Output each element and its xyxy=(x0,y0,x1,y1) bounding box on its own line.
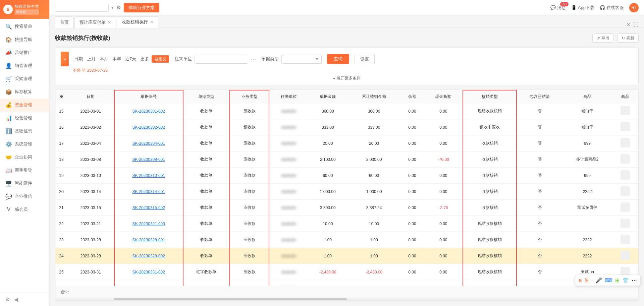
col-partner[interactable]: 往来单位 xyxy=(269,90,308,103)
cell-doc-no[interactable]: SK-20230403-002 xyxy=(114,280,183,286)
partner-input[interactable] xyxy=(195,55,248,64)
topbar-search-input[interactable] xyxy=(55,4,109,12)
col-doc-no[interactable]: 单据编号 xyxy=(114,90,183,103)
sidebar-item-member[interactable]: V畅会员 xyxy=(0,203,49,216)
topbar-online-service[interactable]: 🎧 在线客服 xyxy=(600,5,624,11)
cell-goods2 xyxy=(612,200,638,216)
col-biz-type[interactable]: 业务类型 xyxy=(230,90,269,103)
sidebar-item-enterprise[interactable]: 🤝企业协同 xyxy=(0,151,49,164)
doc-no-link[interactable]: SK-20230314-001 xyxy=(132,189,165,194)
cell-doc-no[interactable]: SK-20230331-002 xyxy=(114,264,183,280)
cell-doc-no[interactable]: SK-20230310-001 xyxy=(114,168,183,184)
tab-pending[interactable]: 预计应应付单 ✕ xyxy=(74,16,116,28)
col-amount[interactable]: 单据金额 xyxy=(308,90,348,103)
date-btn-more[interactable]: 更多 xyxy=(139,55,150,63)
filter-dots[interactable]: ··· xyxy=(251,56,256,63)
cell-doc-no[interactable]: SK-20230302-002 xyxy=(114,119,183,135)
sidebar-item-purchase[interactable]: 🛒采购管理 xyxy=(0,72,49,85)
cell-date: 2023-03-02 xyxy=(67,119,114,135)
refresh-button[interactable]: ↻ 刷新 xyxy=(617,34,639,43)
doc-no-link[interactable]: SK-20230302-002 xyxy=(132,125,165,130)
sidebar-item-system[interactable]: ⚙️系统管理 xyxy=(0,138,49,151)
col-incl-settled[interactable]: 包含已结清 xyxy=(517,90,562,103)
tab-receipt[interactable]: 收款核销执行 ✕ xyxy=(117,16,158,28)
sidebar-item-operations[interactable]: 📊经营管理 xyxy=(0,112,49,125)
date-btn-thisyear[interactable]: 本年 xyxy=(111,55,122,63)
doctype-select[interactable] xyxy=(281,55,322,64)
doc-no-link[interactable]: SK-20230301-002 xyxy=(132,109,165,114)
table-row: 222023-03-21SK-20230321-003收款单应收款■■■■■■1… xyxy=(55,216,638,232)
topbar-gear-icon[interactable]: ⚙ xyxy=(116,4,121,11)
doc-no-link[interactable]: SK-20230310-001 xyxy=(132,173,165,178)
tab-receipt-close[interactable]: ✕ xyxy=(150,20,153,24)
solution-button[interactable]: 体验行业方案 xyxy=(124,3,159,12)
tab-pending-close[interactable]: ✕ xyxy=(108,20,111,25)
ime-shirt-icon[interactable]: 👕 xyxy=(622,277,629,284)
scrollbar-thumb[interactable] xyxy=(114,298,347,301)
topbar-messages[interactable]: 💬 消息 99+ xyxy=(550,5,566,11)
query-button[interactable]: 查询 xyxy=(327,54,349,64)
collapse-icon[interactable]: ◀ xyxy=(14,296,18,303)
doc-no-link[interactable]: SK-20230315-002 xyxy=(132,205,165,210)
date-btn-lastmonth[interactable]: 上月 xyxy=(86,55,97,63)
tab-close-icon[interactable]: ✕ xyxy=(626,21,631,28)
col-cash-disc[interactable]: 现金折扣 xyxy=(424,90,463,103)
goods-thumbnail xyxy=(621,186,630,196)
topbar-app-download[interactable]: 📱 App下载 xyxy=(571,5,594,11)
tab-home[interactable]: 首页 xyxy=(55,16,74,28)
settings-icon[interactable]: ⚙ xyxy=(5,296,10,303)
sidebar-item-basic[interactable]: ℹ️基础信息 xyxy=(0,125,49,138)
cell-doc-no[interactable]: SK-20230301-002 xyxy=(114,103,183,119)
doc-no-link[interactable]: SK-20230321-003 xyxy=(132,222,165,226)
ime-mic-icon[interactable]: 🎤 xyxy=(595,277,602,284)
doc-no-link[interactable]: SK-20230331-002 xyxy=(132,270,165,274)
ime-more-icon[interactable]: ⋯ xyxy=(632,277,637,284)
col-goods2[interactable]: 商品 xyxy=(612,90,638,103)
cell-doc-no[interactable]: SK-20230308-001 xyxy=(114,151,183,168)
col-date[interactable]: 日期 xyxy=(67,90,114,103)
filter-expand-button[interactable]: » xyxy=(61,52,69,66)
sidebar-item-search[interactable]: 🔍搜索菜单 xyxy=(0,20,49,33)
horizontal-scrollbar[interactable] xyxy=(55,298,638,300)
sidebar-item-hardware[interactable]: 🖥️智能硬件 xyxy=(0,177,49,190)
ime-dot: · xyxy=(591,278,593,283)
tab-maximize-icon[interactable]: ⛶ xyxy=(633,22,639,28)
col-doc-type[interactable]: 单据类型 xyxy=(183,90,230,103)
ime-grid-icon[interactable]: ⊞ xyxy=(615,277,620,284)
col-accum-cancel[interactable]: 累计核销金额 xyxy=(348,90,400,103)
expand-more-button[interactable]: ▾ 展开更多条件 xyxy=(333,75,361,81)
cell-balance: 0.00 xyxy=(400,168,424,184)
cell-doc-no[interactable]: SK-20230315-002 xyxy=(114,200,183,216)
cell-doc-type: 收款单 xyxy=(183,200,230,216)
sidebar-item-quicknav[interactable]: 🏠快捷导航 xyxy=(0,33,49,46)
user-avatar[interactable]: Rit xyxy=(629,3,639,12)
cell-partner: ■■■■■■ xyxy=(269,135,308,151)
date-btn-7days[interactable]: 近7天 xyxy=(124,55,138,63)
doc-no-link[interactable]: SK-20230308-001 xyxy=(132,157,165,162)
date-btn-custom[interactable]: 自定义 xyxy=(152,55,169,63)
sidebar-item-sales[interactable]: 👤销售管理 xyxy=(0,59,49,72)
sidebar-item-wechat[interactable]: 💬企业微信 xyxy=(0,190,49,203)
sidebar-item-guide[interactable]: 📖新手引导 xyxy=(0,164,49,177)
cell-doc-no[interactable]: SK-20230304-001 xyxy=(114,135,183,151)
doc-no-link[interactable]: SK-20230304-001 xyxy=(132,141,165,146)
setting-button[interactable]: 设置 xyxy=(355,54,375,64)
table-wrap[interactable]: ⚙ 日期 单据编号 单据类型 业务类型 往来单位 单据金额 累计核销金额 余额 … xyxy=(55,90,638,286)
doc-no-link[interactable]: SK-20230328-002 xyxy=(132,254,165,258)
doc-no-link[interactable]: SK-20230328-001 xyxy=(132,238,165,242)
sidebar-item-marketing[interactable]: 📣营销推广 xyxy=(0,46,49,59)
sidebar-item-finance[interactable]: 💰资金管理 xyxy=(0,99,49,112)
col-goods[interactable]: 商品 xyxy=(562,90,612,103)
col-gear[interactable]: ⚙ xyxy=(55,90,67,103)
cell-doc-no[interactable]: SK-20230328-002 xyxy=(114,248,183,264)
cell-doc-no[interactable]: SK-20230314-001 xyxy=(114,184,183,200)
topbar-dropdown-icon[interactable]: ▾ xyxy=(111,5,114,10)
cell-doc-no[interactable]: SK-20230328-001 xyxy=(114,232,183,248)
sidebar-item-inventory[interactable]: 📦库存核算 xyxy=(0,85,49,99)
col-cancel-type[interactable]: 核销类型 xyxy=(463,90,517,103)
cell-doc-no[interactable]: SK-20230321-003 xyxy=(114,216,183,232)
date-btn-thismonth[interactable]: 本月 xyxy=(98,55,110,63)
col-balance[interactable]: 余额 xyxy=(400,90,424,103)
export-button[interactable]: ↗ 导出 xyxy=(592,34,614,43)
ime-keyboard-icon[interactable]: ⌨ xyxy=(605,277,612,284)
